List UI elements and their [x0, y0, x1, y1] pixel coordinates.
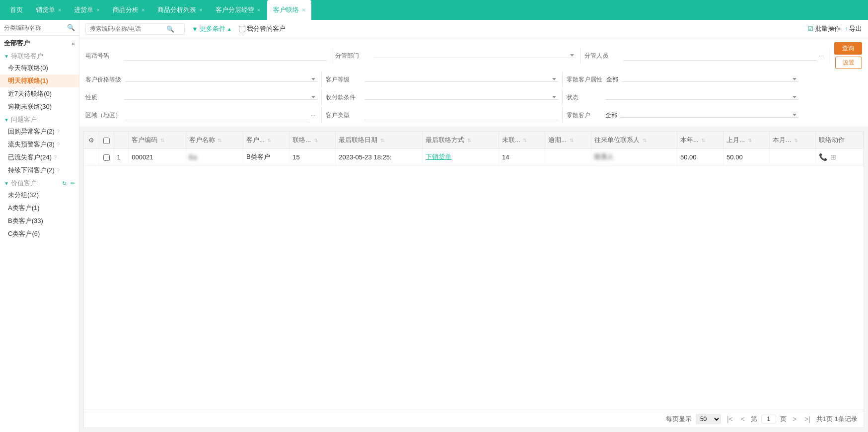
col-index	[114, 132, 129, 149]
filter-status-select[interactable]	[605, 95, 798, 100]
filter-retail: 零散客户 全部	[567, 111, 798, 120]
filter-retail-select[interactable]	[620, 113, 798, 118]
sidebar-item-tomorrow-pending[interactable]: 明天待联络(1)	[0, 74, 79, 87]
action-phone-icon[interactable]: 📞	[819, 153, 827, 161]
col-this-year[interactable]: 本年... ⇅	[677, 132, 723, 149]
batch-button[interactable]: ☑ 批量操作	[808, 24, 841, 33]
filter-nature-select[interactable]	[124, 95, 317, 100]
filter-dept-select[interactable]	[374, 53, 577, 58]
export-button[interactable]: ↑ 导出	[845, 24, 862, 33]
help-icon-2: ?	[57, 142, 60, 147]
col-overdue[interactable]: 逾期... ⇅	[545, 132, 591, 149]
last-page-button[interactable]: >|	[802, 415, 812, 423]
col-type[interactable]: 客户... ⇅	[243, 132, 289, 149]
first-page-button[interactable]: |<	[725, 415, 735, 423]
sidebar-item-churn-warning[interactable]: 流失预警客户(3) ?	[0, 138, 79, 151]
col-name[interactable]: 客户名称 ⇅	[186, 132, 243, 149]
nav-product-analysis-list-close[interactable]: ×	[199, 7, 202, 13]
nav-customer-contact-close[interactable]: ×	[302, 7, 305, 13]
sidebar-item-ungrouped[interactable]: 未分组(32)	[0, 189, 79, 202]
row-checkbox	[99, 149, 114, 165]
filter-retail-label: 零散客户	[567, 111, 601, 120]
col-checkbox	[99, 132, 114, 149]
sidebar-item-class-c[interactable]: C类客户(6)	[0, 227, 79, 240]
pagination: 每页显示 50 100 200 |< < 第 页 > >| 共1页 1条记录	[84, 410, 864, 428]
filter-customer-level-select[interactable]	[364, 77, 558, 82]
nav-customer-tier[interactable]: 客户分层经营 ×	[210, 0, 266, 20]
sidebar-item-overdue[interactable]: 逾期未联络(30)	[0, 100, 79, 113]
settings-button[interactable]: 设置	[835, 57, 862, 69]
sort-last-date: ⇅	[380, 138, 384, 143]
filter-person-input[interactable]	[623, 51, 817, 61]
filter-panel: 电话号码 分管部门 分管人员 ···	[79, 38, 868, 127]
action-grid-icon[interactable]: ⊞	[830, 153, 836, 161]
row-select-checkbox[interactable]	[103, 154, 110, 161]
sidebar-item-churned[interactable]: 已流失客户(24) ?	[0, 151, 79, 164]
table-scroll[interactable]: ⚙ 客户编码 ⇅ 客户名称 ⇅	[84, 132, 864, 410]
filter-region-more[interactable]: ···	[308, 112, 317, 119]
sidebar-item-class-a[interactable]: A类客户(1)	[0, 202, 79, 215]
last-method-link[interactable]: 下销货单	[426, 153, 451, 160]
nav-sales-close[interactable]: ×	[58, 7, 61, 13]
nav-product-analysis-list-label: 商品分析列表	[157, 5, 196, 14]
col-code[interactable]: 客户编码 ⇅	[129, 132, 186, 149]
my-customers-checkbox[interactable]	[239, 26, 245, 32]
sidebar-item-today-pending[interactable]: 今天待联络(0)	[0, 62, 79, 74]
nav-product-analysis-list[interactable]: 商品分析列表 ×	[151, 0, 208, 20]
filter-retail-text: 全部	[605, 111, 617, 120]
nav-purchase-label: 进货单	[74, 5, 93, 14]
nav-purchase-close[interactable]: ×	[96, 7, 99, 13]
action-icons: 📞 ⊞	[819, 153, 860, 161]
next-page-button[interactable]: >	[791, 415, 798, 423]
filter-retail-attr-select[interactable]	[621, 77, 798, 82]
filter-payment-select[interactable]	[364, 95, 558, 100]
export-icon: ↑	[845, 25, 848, 32]
sort-last-method: ⇅	[467, 138, 471, 143]
nav-customer-contact[interactable]: 客户联络 ×	[267, 0, 311, 20]
col-settings[interactable]: ⚙	[84, 132, 99, 149]
sidebar-item-repurchase-abnormal[interactable]: 回购异常客户(2) ?	[0, 125, 79, 138]
nav-product-analysis-close[interactable]: ×	[142, 7, 145, 13]
prev-page-button[interactable]: <	[739, 415, 747, 423]
filter-region-input[interactable]	[125, 111, 308, 120]
filter-price-level-select[interactable]	[125, 77, 317, 82]
toolbar-search-input[interactable]	[90, 25, 164, 32]
col-last-method[interactable]: 最后联络方式 ⇅	[423, 132, 499, 149]
nav-purchase[interactable]: 进货单 ×	[68, 0, 105, 20]
filter-customer-type-input[interactable]	[364, 111, 558, 120]
sidebar-item-class-b[interactable]: B类客户(33)	[0, 215, 79, 227]
toolbar-search-icon[interactable]: 🔍	[166, 25, 174, 33]
sidebar-item-week-pending[interactable]: 近7天待联络(0)	[0, 87, 79, 100]
row-name: Ea	[186, 149, 243, 165]
row-prev-contact-value: 联系人	[594, 153, 614, 160]
filter-person-more[interactable]: ···	[817, 52, 826, 59]
sidebar-item-declining[interactable]: 持续下滑客户(2) ?	[0, 164, 79, 177]
page-input[interactable]	[761, 415, 776, 424]
more-filter-button[interactable]: ▼ 更多条件 ▲	[189, 23, 235, 35]
nav-home[interactable]: 首页	[4, 0, 29, 20]
nav-customer-tier-close[interactable]: ×	[257, 7, 260, 13]
batch-label: 批量操作	[815, 24, 841, 33]
row-unlinkd: 14	[499, 149, 545, 165]
select-all-checkbox[interactable]	[103, 138, 110, 144]
per-page-select[interactable]: 50 100 200	[696, 414, 721, 424]
col-unlinkd[interactable]: 未联... ⇅	[499, 132, 545, 149]
col-contact[interactable]: 联络... ⇅	[289, 132, 336, 149]
col-prev-contact[interactable]: 往来单位联系人 ⇅	[591, 132, 677, 149]
row-settings	[84, 149, 99, 165]
query-button[interactable]: 查询	[834, 42, 862, 55]
nav-sales[interactable]: 销货单 ×	[30, 0, 67, 20]
col-last-month[interactable]: 上月... ⇅	[723, 132, 770, 149]
col-last-date[interactable]: 最后联络日期 ⇅	[336, 132, 423, 149]
batch-icon: ☑	[808, 25, 813, 32]
my-customers-checkbox-container[interactable]: 我分管的客户	[239, 24, 286, 33]
edit-icon[interactable]: ✏	[71, 180, 75, 187]
nav-product-analysis[interactable]: 商品分析 ×	[107, 0, 150, 20]
col-this-month[interactable]: 本月... ⇅	[770, 132, 816, 149]
filter-customer-type-label: 客户类型	[326, 111, 361, 120]
filter-phone-input[interactable]	[124, 51, 327, 61]
refresh-icon[interactable]: ↻	[62, 180, 67, 187]
sidebar-search-input[interactable]	[4, 24, 65, 31]
sidebar-search-icon[interactable]: 🔍	[67, 24, 75, 31]
collapse-icon[interactable]: «	[72, 40, 75, 47]
